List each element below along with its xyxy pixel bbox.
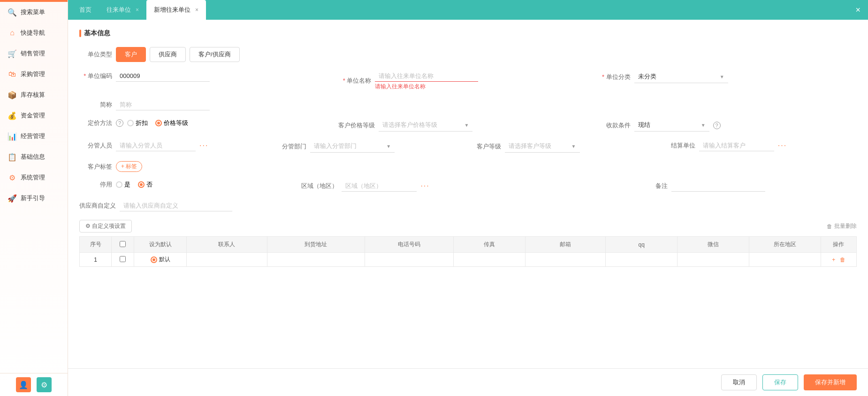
td-location[interactable] (749, 253, 821, 267)
alias-input[interactable] (116, 99, 210, 110)
sidebar-item-label: 库存核算 (21, 91, 45, 99)
tab-new-partner[interactable]: 新增往来单位 × (146, 0, 206, 20)
sidebar-item-finance[interactable]: 💰 资金管理 (0, 105, 68, 126)
settlement-unit-input[interactable] (699, 140, 774, 151)
phone-input[interactable] (388, 256, 430, 263)
tab-bar-close-all[interactable]: × (852, 5, 864, 15)
td-address[interactable] (267, 253, 365, 267)
unit-category-select[interactable]: 未分类 ▼ (634, 70, 728, 83)
payment-terms-help-icon[interactable]: ? (713, 122, 721, 129)
btn-type-both[interactable]: 客户/供应商 (190, 47, 240, 62)
remarks-input[interactable] (671, 180, 765, 192)
save-new-button[interactable]: 保存并新增 (804, 374, 857, 390)
department-arrow: ▼ (386, 144, 391, 149)
sidebar-item-label: 搜索菜单 (21, 8, 45, 16)
radio-no[interactable]: 否 (138, 180, 152, 189)
radio-yes[interactable]: 是 (116, 180, 130, 189)
add-tag-button[interactable]: + 标签 (116, 161, 142, 172)
btn-type-supplier[interactable]: 供应商 (150, 47, 186, 62)
save-button[interactable]: 保存 (762, 374, 798, 390)
th-default: 设为默认 (134, 237, 186, 253)
manager-label: 分管人员 (79, 141, 112, 150)
payment-terms-select[interactable]: 现结 ▼ (634, 119, 709, 132)
sidebar-item-guide[interactable]: 🚀 新手引导 (0, 188, 68, 209)
payment-terms-value: 现结 (638, 121, 699, 129)
manager-more[interactable]: ··· (199, 141, 208, 150)
cancel-button[interactable]: 取消 (721, 374, 757, 390)
customer-level-select[interactable]: 请选择客户等级 ▼ (505, 140, 580, 153)
default-radio[interactable]: 默认 (137, 256, 183, 264)
delete-row-button[interactable]: 🗑 (840, 256, 845, 263)
tab-home[interactable]: 首页 (72, 0, 99, 20)
radio-yes-circle (116, 181, 122, 188)
tab-new-partner-close[interactable]: × (195, 7, 198, 13)
add-row-button[interactable]: + (832, 256, 835, 263)
td-phone[interactable] (365, 253, 454, 267)
row-checkbox[interactable] (120, 256, 126, 262)
disabled-field: 停用 是 否 (79, 180, 301, 189)
main-content: 首页 往来单位 × 新增往来单位 × × 基本信息 单位类型 客户 供应商 客户… (68, 0, 868, 396)
code-name-category-row: 单位编码 单位名称 请输入往来单位名称 单位分类 未分类 ▼ (79, 70, 857, 91)
sidebar-settings-icon[interactable]: ⚙ (37, 377, 52, 392)
radio-price-level[interactable]: 价格等级 (155, 119, 188, 127)
td-fax[interactable] (454, 253, 525, 267)
fax-input[interactable] (473, 256, 506, 263)
settlement-unit-more[interactable]: ··· (778, 141, 787, 150)
address-input[interactable] (292, 256, 339, 263)
sidebar-item-operations[interactable]: 📊 经营管理 (0, 126, 68, 147)
region-more[interactable]: ··· (420, 182, 429, 190)
td-contact[interactable] (187, 253, 267, 267)
unit-code-input[interactable] (116, 70, 210, 82)
unit-name-error: 请输入往来单位名称 (375, 83, 478, 91)
td-wechat[interactable] (678, 253, 749, 267)
unit-code-field: 单位编码 (79, 70, 338, 82)
sidebar-item-quicknav[interactable]: ⌂ 快捷导航 (0, 23, 68, 43)
batch-delete-button[interactable]: 🗑 批量删除 (827, 222, 857, 230)
qq-input[interactable] (625, 256, 658, 263)
btn-type-customer[interactable]: 客户 (116, 47, 146, 62)
custom-settings-button[interactable]: ⚙ 自定义项设置 (79, 220, 132, 233)
td-qq[interactable] (606, 253, 678, 267)
manager-field: 分管人员 ··· (79, 140, 274, 151)
sidebar-item-base[interactable]: 📋 基础信息 (0, 147, 68, 167)
unit-name-input[interactable] (375, 70, 478, 82)
th-location: 所在地区 (749, 237, 821, 253)
customer-price-level-select[interactable]: 请选择客户价格等级 ▼ (379, 119, 472, 132)
unit-code-label: 单位编码 (79, 72, 112, 80)
region-input[interactable] (342, 180, 417, 192)
sidebar-item-sales[interactable]: 🛒 销售管理 (0, 43, 68, 64)
contact-input[interactable] (208, 256, 245, 263)
td-email[interactable] (525, 253, 606, 267)
unit-type-row: 单位类型 客户 供应商 客户/供应商 (79, 47, 857, 62)
pricing-radio-group: 折扣 价格等级 (127, 119, 188, 127)
sidebar-item-label: 经营管理 (21, 132, 45, 140)
unit-category-value: 未分类 (638, 72, 718, 81)
select-all-checkbox[interactable] (120, 241, 126, 247)
pricing-help-icon[interactable]: ? (116, 119, 123, 127)
sidebar-item-system[interactable]: ⚙ 系统管理 (0, 167, 68, 188)
radio-price-level-circle (155, 120, 162, 126)
tab-partners[interactable]: 往来单位 × (99, 0, 146, 20)
radio-price-level-label: 价格等级 (164, 119, 188, 127)
wechat-input[interactable] (697, 256, 730, 263)
manager-input[interactable] (116, 140, 196, 151)
sidebar-item-search[interactable]: 🔍 搜索菜单 (0, 2, 68, 23)
tab-partners-close[interactable]: × (136, 7, 139, 13)
pricing-method-label: 定价方法 (79, 119, 112, 127)
pricing-method-field: 定价方法 ? 折扣 价格等级 (79, 119, 338, 127)
td-checkbox[interactable] (112, 253, 134, 267)
radio-discount-circle (127, 120, 134, 126)
default-radio-circle (151, 256, 157, 263)
supplier-custom-input[interactable] (120, 200, 232, 211)
radio-discount[interactable]: 折扣 (127, 119, 148, 127)
sidebar-user-icon[interactable]: 👤 (16, 377, 31, 392)
department-select[interactable]: 请输入分管部门 ▼ (310, 140, 395, 153)
unit-category-label: 单位分类 (598, 73, 631, 81)
email-input[interactable] (547, 256, 584, 263)
location-input[interactable] (769, 256, 801, 263)
disabled-radio-group: 是 否 (116, 180, 152, 189)
customer-price-level-arrow: ▼ (464, 123, 469, 128)
customer-tag-row: 客户标签 + 标签 (79, 161, 857, 172)
sidebar-item-inventory[interactable]: 📦 库存核算 (0, 85, 68, 105)
sidebar-item-purchase[interactable]: 🛍 采购管理 (0, 64, 68, 85)
